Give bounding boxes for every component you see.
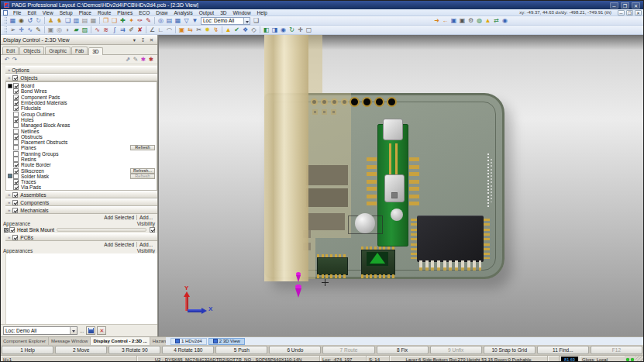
section-objects[interactable]: » Objects — [5, 74, 157, 81]
apply-forward-icon[interactable]: ↷ — [11, 56, 19, 64]
scheme-window-icon[interactable]: ❏ — [252, 16, 260, 25]
toolbar-handle[interactable] — [5, 26, 7, 33]
paste-icon[interactable]: ❑ — [110, 16, 119, 25]
visibility-checkbox[interactable] — [13, 100, 19, 105]
heat-sink-mount-shroud[interactable] — [264, 35, 308, 281]
assemblies-checkbox[interactable] — [12, 192, 18, 198]
check-icon[interactable]: ✔ — [232, 26, 241, 34]
menu-output[interactable]: Output — [196, 10, 218, 16]
menu-draw[interactable]: Draw — [153, 10, 170, 16]
undo-icon[interactable]: ↺ — [26, 16, 34, 25]
visibility-checkbox[interactable] — [13, 140, 19, 145]
package-icon[interactable]: ▣ — [449, 16, 458, 25]
camera-icon[interactable]: ◉ — [501, 16, 509, 25]
refresh-button[interactable]: Refresh — [130, 145, 155, 150]
tab-fab[interactable]: Fab — [71, 47, 88, 54]
export-3d-icon[interactable]: ◨ — [270, 26, 279, 34]
delete-icon[interactable]: ✘ — [136, 26, 144, 34]
section-mechanicals[interactable]: » Mechanicals — [5, 206, 157, 214]
visibility-checkbox[interactable] — [13, 83, 19, 88]
qfp-chip[interactable] — [417, 215, 484, 262]
scheme-more-button[interactable]: ... — [79, 328, 84, 333]
visibility-checkbox[interactable] — [13, 129, 19, 134]
component-swap-icon[interactable]: ⇆ — [186, 26, 195, 34]
objects-checkbox[interactable] — [12, 75, 18, 81]
fkey-4-rotate-180[interactable]: 4 Rotate 180 — [162, 346, 214, 354]
zoom-icon[interactable]: ◎ — [157, 16, 165, 25]
funnel-icon[interactable]: ▼ — [191, 16, 199, 25]
chevron-down-icon[interactable] — [243, 18, 250, 24]
menu-file[interactable]: File — [10, 10, 24, 16]
bus-route-icon[interactable]: ≋ — [102, 26, 110, 34]
gear-icon[interactable]: ⚙ — [467, 16, 475, 25]
place-mode-icon[interactable]: ✛ — [17, 26, 26, 34]
fkey-3-rotate-90[interactable]: 3 Rotate 90 — [108, 346, 160, 354]
visibility-checkbox[interactable] — [13, 134, 19, 140]
render-icon[interactable]: ✱ — [147, 56, 155, 64]
pencil-route-icon[interactable]: ✐ — [127, 26, 136, 34]
tab-graphic[interactable]: Graphic — [45, 47, 71, 54]
warning-icon[interactable]: ▲ — [484, 16, 492, 25]
visibility-checkbox[interactable] — [13, 95, 19, 100]
rotate-view-icon[interactable]: ↻ — [288, 26, 296, 34]
back-annotate-icon[interactable]: ← — [441, 16, 449, 25]
menu-help[interactable]: Help — [254, 10, 270, 16]
filter-icon[interactable]: ▽ — [182, 16, 191, 25]
close-icon[interactable]: ✕ — [148, 36, 155, 43]
dock-tab-hazard-explorer[interactable]: Hazard Explorer — [150, 337, 166, 345]
capture-icon[interactable]: ⇗ — [124, 56, 132, 64]
plane-icon[interactable]: ▰ — [72, 26, 81, 34]
markup-icon[interactable]: ✑ — [136, 16, 144, 25]
place-group-icon[interactable]: ♞ — [55, 16, 64, 25]
toolbar-handle[interactable] — [5, 17, 7, 24]
menu-place[interactable]: Place — [76, 10, 95, 16]
visibility-checkbox[interactable] — [13, 157, 19, 162]
hazards-icon[interactable]: ▲ — [224, 26, 232, 34]
visibility-checkbox[interactable] — [13, 105, 19, 111]
mechanicals-checkbox[interactable] — [12, 208, 18, 213]
view-tab-2-3d-view[interactable]: 2 3D View — [208, 338, 245, 345]
pad-icon[interactable]: ▣ — [46, 26, 55, 34]
visibility-checkbox[interactable] — [13, 162, 19, 167]
spread-icon[interactable]: ⇉ — [119, 26, 127, 34]
display-scheme-combo[interactable]: Loc: Demo All — [201, 17, 250, 25]
highlight-icon[interactable]: ✹ — [203, 26, 212, 34]
visibility-checkbox[interactable] — [13, 122, 19, 128]
section-assemblies[interactable]: » Assemblies — [5, 191, 157, 198]
edit-scheme-icon[interactable]: ✎ — [132, 56, 139, 64]
visibility-checkbox[interactable] — [150, 227, 155, 233]
section-options[interactable]: » Options — [5, 66, 157, 74]
save-icon[interactable]: ▦ — [9, 16, 17, 25]
fkey-8-fix[interactable]: 8 Fix — [377, 346, 429, 354]
window-select-icon[interactable]: ❏ — [64, 16, 72, 25]
text-icon[interactable]: ✎ — [144, 16, 153, 25]
restore-button[interactable]: ❐ — [621, 2, 629, 9]
visibility-checkbox[interactable] — [13, 168, 19, 174]
color-swatch[interactable] — [8, 174, 12, 178]
ripup-icon[interactable]: ✂ — [195, 26, 203, 34]
menu-edit[interactable]: Edit — [24, 10, 39, 16]
fkey-6-undo[interactable]: 6 Undo — [269, 346, 321, 354]
visibility-checkbox[interactable] — [13, 145, 19, 150]
view-tab-1-hdv2d4[interactable]: 1 HDv2d4 — [170, 338, 207, 345]
menu-setup[interactable]: Setup — [57, 10, 76, 16]
view-3d-icon[interactable]: ◧ — [262, 26, 270, 34]
appearance-icon[interactable]: ✱ — [139, 56, 147, 64]
visibility-checkbox[interactable] — [13, 112, 19, 117]
arc-icon[interactable]: ◠ — [165, 26, 174, 34]
probe-icon[interactable]: ↯ — [212, 26, 220, 34]
find-icon[interactable]: ◉ — [17, 16, 26, 25]
sync-icon[interactable]: ⇄ — [492, 16, 501, 25]
mechanicals-add-selected-button[interactable]: Add Selected — [102, 215, 137, 220]
spreadsheet-icon[interactable]: ▦ — [174, 16, 182, 25]
minimize-button[interactable]: ─ — [610, 2, 618, 9]
component-push-icon[interactable]: ▣ — [177, 26, 186, 34]
visibility-checkbox[interactable] — [13, 151, 19, 157]
draw-mode-icon[interactable]: ✎ — [34, 26, 43, 34]
display-pane-icon[interactable]: ▥ — [72, 16, 81, 25]
dock-tab-message-window[interactable]: Message Window — [49, 337, 91, 345]
dock-tab-component-explorer[interactable]: Component Explorer — [1, 337, 49, 345]
mechanicals-add-button[interactable]: Add... — [137, 215, 155, 220]
appearance-swatch[interactable] — [4, 228, 9, 233]
tune-icon[interactable]: ∫ — [110, 26, 119, 34]
